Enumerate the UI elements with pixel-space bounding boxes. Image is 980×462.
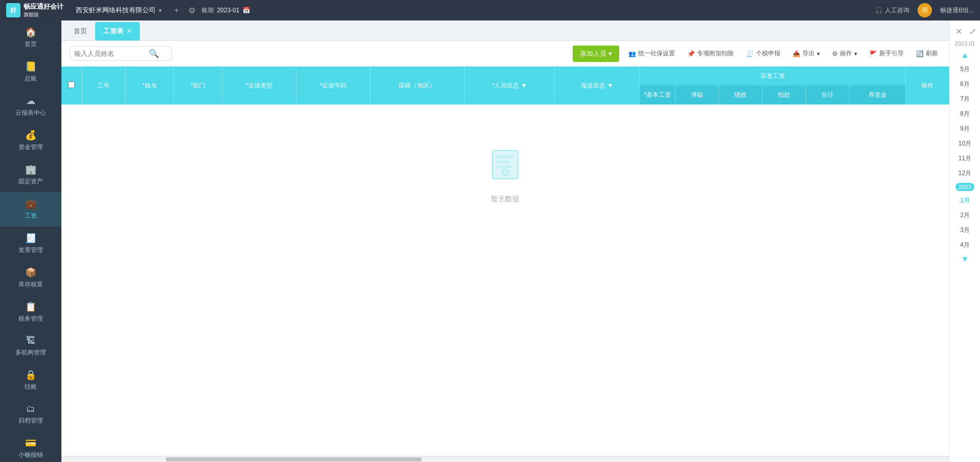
personal-tax-button[interactable]: 🧾 个税申报 [743,47,783,60]
sidebar-item-ledger[interactable]: 📒 总账 [0,55,61,89]
period-label: 账期 [202,6,214,15]
sidebar-item-expense[interactable]: 💳 小畅报销 [0,431,61,462]
ledger-icon: 📒 [25,61,36,72]
sidebar-item-fixed-assets[interactable]: 🏢 固定资产 [0,158,61,192]
checkbox-header[interactable] [61,67,82,104]
sidebar-item-cloud-report[interactable]: ☁ 云报表中心 [0,89,61,123]
sidebar-item-archive[interactable]: 🗂 归档管理 [0,397,61,431]
col-report-status: 报送状态 ▼ [555,67,640,104]
logo-area: 好 畅应通好会计 旗舰版 [6,2,68,18]
fund-icon: 💰 [25,130,36,141]
personal-tax-label: 个税申报 [756,49,780,58]
col-id-type: *证据类型 [222,67,296,104]
empty-state: 暂无数据 [61,104,949,245]
timeline-month-5[interactable]: 5月 [950,62,980,77]
toolbar: 🔍 添加人员 ▾ 👥 统一社保设置 📌 专项附加扣除 🧾 个税申报 [61,41,949,67]
timeline-top-buttons: ✕ ⤢ [950,23,980,38]
sidebar-item-label: 多机构管理 [15,348,46,357]
sidebar-item-multi-org[interactable]: 🏗 多机构管理 [0,329,61,363]
sidebar-item-tax[interactable]: 📋 税务管理 [0,295,61,329]
sidebar-item-label: 资金管理 [18,143,43,152]
timeline-month-2[interactable]: 2月 [950,208,980,223]
export-button[interactable]: 📤 导出 ▾ [790,47,823,60]
settings-icon[interactable]: ⚙ [186,5,198,16]
timeline-month-8[interactable]: 8月 [950,107,980,121]
operations-button[interactable]: ⚙ 操作 ▾ [829,47,860,60]
operations-dropdown-icon: ▾ [854,50,857,57]
avatar[interactable]: 用 [918,3,932,17]
timeline-next-button[interactable]: ▼ [959,253,971,266]
col-operations: 操作 [905,67,949,104]
export-icon: 📤 [793,50,800,57]
timeline-month-4[interactable]: 4月 [950,238,980,253]
svg-rect-3 [496,166,512,168]
sidebar-item-inventory[interactable]: 📦 库存核算 [0,261,61,295]
refresh-button[interactable]: 🔄 刷新 [913,47,941,60]
timeline-month-3[interactable]: 3月 [950,223,980,238]
timeline-header: 2023.01 [953,38,977,49]
inventory-icon: 📦 [25,267,36,278]
cloud-icon: ☁ [26,95,35,107]
logo-text-main: 畅应通好会计 [24,2,63,11]
timeline-month-6[interactable]: 6月 [950,77,980,92]
sidebar-item-label: 结账 [25,383,37,391]
timeline-expand-button[interactable]: ⤢ [967,25,978,38]
timeline-month-10[interactable]: 10月 [950,136,980,151]
scroll-thumb[interactable] [166,457,422,461]
social-security-button[interactable]: 👥 统一社保设置 [625,47,678,60]
tab-home-label: 首页 [74,27,87,36]
special-deduction-button[interactable]: 📌 专项附加扣除 [684,47,737,60]
timeline-month-11[interactable]: 11月 [950,151,980,166]
tab-home[interactable]: 首页 [66,22,95,40]
search-box: 🔍 [70,46,172,61]
add-person-button[interactable]: 添加人员 ▾ [573,46,619,62]
company-selector[interactable]: 西安虾米网络科技有限公司 ▼ [72,4,167,17]
col-emp-status: *人员状态 ▼ [465,67,555,104]
logo-icon: 好 [6,3,20,17]
support-label: 人工咨询 [885,6,909,15]
add-company-button[interactable]: ＋ [171,5,182,16]
special-deduction-label: 专项附加扣除 [697,49,734,58]
sidebar-item-label: 发票管理 [18,246,43,255]
emp-status-filter-icon[interactable]: ▼ [521,82,527,89]
sidebar-item-closing[interactable]: 🔒 结账 [0,363,61,397]
user-name: 畅捷通B组... [940,6,974,15]
calendar-icon[interactable]: 📅 [243,7,250,14]
col-base-salary: *基本工资 [640,86,676,104]
timeline-prev-button[interactable]: ▲ [959,49,971,62]
search-input[interactable] [74,50,146,57]
timeline-close-button[interactable]: ✕ [953,25,966,38]
timeline-month-9[interactable]: 9月 [950,121,980,136]
report-status-filter-icon[interactable]: ▼ [607,82,614,89]
sidebar-item-label: 小畅报销 [18,451,43,459]
guide-button[interactable]: 🚩 新手引导 [866,47,907,60]
select-all-checkbox[interactable] [68,81,75,88]
timeline-month-1[interactable]: 1月 [950,193,980,208]
tab-salary-table[interactable]: 工资表 ✕ [95,22,140,40]
timeline-panel: ✕ ⤢ 2023.01 ▲ 5月 6月 7月 8月 9月 10月 11月 12月… [949,20,980,462]
sidebar-item-invoice[interactable]: 🧾 发票管理 [0,226,61,261]
export-label: 导出 [802,49,815,58]
operations-icon: ⚙ [832,50,838,57]
sidebar-item-salary[interactable]: 💼 工资 [0,192,61,226]
home-icon: 🏠 [25,27,36,38]
sidebar-item-fund[interactable]: 💰 资金管理 [0,123,61,158]
horizontal-scrollbar[interactable] [61,456,949,462]
timeline-month-12[interactable]: 12月 [950,166,980,181]
timeline-month-7[interactable]: 7月 [950,92,980,107]
salary-table: 工号 *姓名 *部门 *证据类型 *证据号码 国籍（地区） *人员状态 ▼ 报送… [61,67,949,245]
empty-text: 暂无数据 [491,195,519,204]
invoice-icon: 🧾 [25,233,36,244]
tab-bar: 首页 工资表 ✕ [61,20,949,41]
search-icon[interactable]: 🔍 [149,49,159,58]
empty-icon [485,145,526,186]
add-person-label: 添加人员 [580,49,606,58]
logo-text-sub: 旗舰版 [24,11,63,18]
tab-close-button[interactable]: ✕ [126,28,132,35]
tab-salary-label: 工资表 [103,27,123,36]
sidebar-item-label: 库存核算 [18,280,43,289]
col-allowance: 津贴 [676,86,719,104]
sidebar-item-home[interactable]: 🏠 首页 [0,20,61,55]
toolbar-right: 添加人员 ▾ 👥 统一社保设置 📌 专项附加扣除 🧾 个税申报 📤 [573,46,941,62]
support-button[interactable]: 🎧 人工咨询 [875,6,909,15]
